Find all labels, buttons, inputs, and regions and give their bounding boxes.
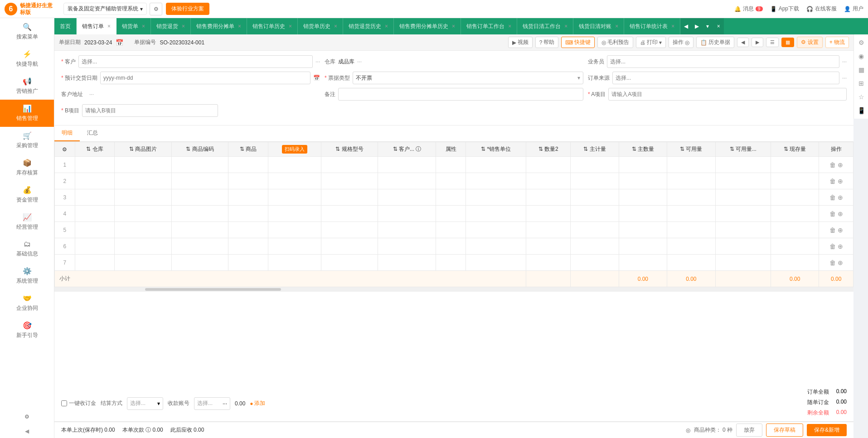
col-stock[interactable]: ⇅ 现存量 [771, 142, 819, 157]
plan-button[interactable]: 体验行业方案 [166, 3, 209, 15]
tab-home[interactable]: 首页 [54, 18, 77, 34]
tab-expense[interactable]: 销售费用分摊单 × [191, 18, 247, 34]
row1-customer-code[interactable] [378, 157, 436, 173]
tab-menu-btn[interactable]: ▾ [702, 18, 713, 34]
sidebar-item-system[interactable]: ⚙️ 系统管理 [0, 262, 54, 289]
tab-next-btn[interactable]: ▶ [691, 18, 702, 34]
delete-icon-3[interactable]: 🗑 [829, 194, 836, 201]
save-draft-btn[interactable]: 保存草稿 [766, 424, 803, 437]
tab-sales-order[interactable]: 销售订单 × [77, 18, 116, 34]
view-btn[interactable]: ▶ 视频 [508, 37, 533, 48]
sidebar-item-base[interactable]: 🗂 基础信息 [0, 236, 54, 262]
list-view-btn[interactable]: ☰ [766, 38, 779, 47]
copy-icon-6[interactable]: ⊕ [838, 243, 843, 250]
right-icon-grid[interactable]: ▦ [855, 63, 868, 76]
delete-icon-5[interactable]: 🗑 [829, 226, 836, 234]
online-support-btn[interactable]: 🎧 在线客服 [806, 5, 837, 13]
print-btn[interactable]: 🖨 打印 ▾ [636, 37, 666, 48]
sidebar-item-operation[interactable]: 📈 经营管理 [0, 208, 54, 236]
gear-settings-btn[interactable]: ⚙ [150, 3, 162, 15]
tab-close-expense-history[interactable]: × [452, 23, 455, 29]
scroll-thumb[interactable] [145, 288, 281, 291]
customer-more-btn[interactable]: ··· [315, 58, 320, 65]
customer-input[interactable] [78, 55, 313, 68]
save-new-btn[interactable]: 保存&新增 [807, 424, 847, 436]
row1-qty2[interactable] [526, 157, 571, 173]
app-download-btn[interactable]: 📱 App下载 [770, 5, 799, 13]
horizontal-scrollbar[interactable] [54, 287, 853, 292]
tab-close-invoice[interactable]: × [142, 23, 145, 29]
row1-main-qty[interactable] [619, 157, 667, 173]
nav-next-btn[interactable]: ▶ [752, 38, 763, 47]
col-warehouse[interactable]: ⇅ 仓库 [75, 142, 114, 157]
copy-icon-3[interactable]: ⊕ [838, 194, 843, 201]
address-more-btn[interactable]: ··· [89, 91, 94, 97]
copy-icon-5[interactable]: ⊕ [838, 226, 843, 234]
copy-icon-4[interactable]: ⊕ [838, 210, 843, 217]
right-icon-tag[interactable]: ⊞ [855, 77, 868, 90]
right-icon-star[interactable]: ☆ [855, 91, 868, 103]
tab-prev-btn[interactable]: ◀ [680, 18, 691, 34]
tab-order-workbench[interactable]: 销售订单工作台 × [461, 18, 517, 34]
tab-close-sales-order[interactable]: × [107, 23, 111, 29]
col-available2[interactable]: ⇅ 可用量... [715, 142, 771, 157]
sidebar-item-guide[interactable]: 🎯 新手引导 [0, 317, 54, 344]
tab-expense-history[interactable]: 销售费用分摊单历史 × [394, 18, 461, 34]
account-select[interactable]: 选择... ··· [194, 397, 230, 410]
col-main-unit[interactable]: ⇅ 主计量 [571, 142, 619, 157]
sidebar-item-finance[interactable]: 💰 资金管理 [0, 181, 54, 208]
calendar-icon[interactable]: 📅 [116, 39, 123, 46]
copy-icon-7[interactable]: ⊕ [838, 259, 843, 266]
tab-detail[interactable]: 明细 [54, 125, 80, 141]
tab-return-history[interactable]: 销货退货历史 × [343, 18, 394, 34]
col-qty2[interactable]: ⇅ 数量2 [526, 142, 571, 157]
col-main-qty[interactable]: ⇅ 主数量 [619, 142, 667, 157]
salesperson-more-btn[interactable]: ··· [842, 58, 847, 65]
delete-icon-6[interactable]: 🗑 [829, 243, 836, 250]
delete-icon-1[interactable]: 🗑 [829, 161, 836, 168]
col-unit[interactable]: ⇅ *销售单位 [466, 142, 526, 157]
b-project-input[interactable] [82, 104, 218, 117]
scan-btn[interactable]: 扫码录入 [282, 145, 307, 154]
col-product[interactable]: ⇅ 商品 [228, 142, 268, 157]
salesperson-input[interactable] [607, 55, 839, 68]
grid-view-btn[interactable]: ▦ [781, 38, 794, 47]
sidebar-item-stock[interactable]: 📦 库存核算 [0, 154, 54, 181]
shortcut-btn[interactable]: ⌨ 快捷键 [561, 37, 595, 48]
right-icon-fingerprint[interactable]: ◉ [855, 50, 868, 63]
tab-daily-workbench[interactable]: 钱货日清工作台 × [517, 18, 573, 34]
note-input[interactable] [338, 88, 583, 101]
tab-invoice-history[interactable]: 销货单历史 × [298, 18, 343, 34]
order-source-more-btn[interactable]: ··· [842, 75, 847, 81]
row1-code[interactable] [171, 157, 228, 173]
sidebar-item-purchase[interactable]: 🛒 采购管理 [0, 127, 54, 154]
row1-attr[interactable] [436, 157, 466, 173]
tab-reconcile[interactable]: 钱货日清对账 × [573, 18, 624, 34]
sidebar-collapse-btn[interactable]: ◀ [0, 424, 54, 438]
col-available[interactable]: ⇅ 可用量 [667, 142, 715, 157]
delete-icon-2[interactable]: 🗑 [829, 178, 836, 185]
history-btn[interactable]: 📋 历史单据 [696, 37, 734, 48]
tab-close-return[interactable]: × [182, 23, 185, 29]
delete-icon-4[interactable]: 🗑 [829, 210, 836, 217]
copy-icon-2[interactable]: ⊕ [838, 178, 843, 185]
col-code[interactable]: ⇅ 商品编码 [171, 142, 228, 157]
method-select[interactable]: 选择... ▾ [127, 397, 163, 410]
discard-btn[interactable]: 放弃 [736, 424, 762, 437]
tab-sales-invoice[interactable]: 销货单 × [116, 18, 151, 34]
col-spec[interactable]: ⇅ 规格型号 [321, 142, 378, 157]
tab-close-stats[interactable]: × [671, 23, 674, 29]
row1-spec[interactable] [321, 157, 378, 173]
order-source-input[interactable] [612, 72, 839, 84]
sidebar-item-quick[interactable]: ⚡ 快捷导航 [0, 45, 54, 72]
tab-close-daily-workbench[interactable]: × [564, 23, 567, 29]
quick-pay-label[interactable]: 一键收订金 [61, 399, 96, 407]
help-btn[interactable]: ? 帮助 [535, 37, 559, 48]
nav-prev-btn[interactable]: ◀ [737, 38, 749, 47]
tab-close-invoice-history[interactable]: × [334, 23, 337, 29]
calendar-delivery-icon[interactable]: 📅 [313, 75, 320, 81]
right-icon-settings[interactable]: ⚙ [855, 36, 868, 49]
copy-icon-1[interactable]: ⊕ [838, 161, 843, 168]
add-payment-btn[interactable]: ● 添加 [250, 399, 265, 407]
settings-top-btn[interactable]: ⚙ 设置 [797, 37, 822, 48]
